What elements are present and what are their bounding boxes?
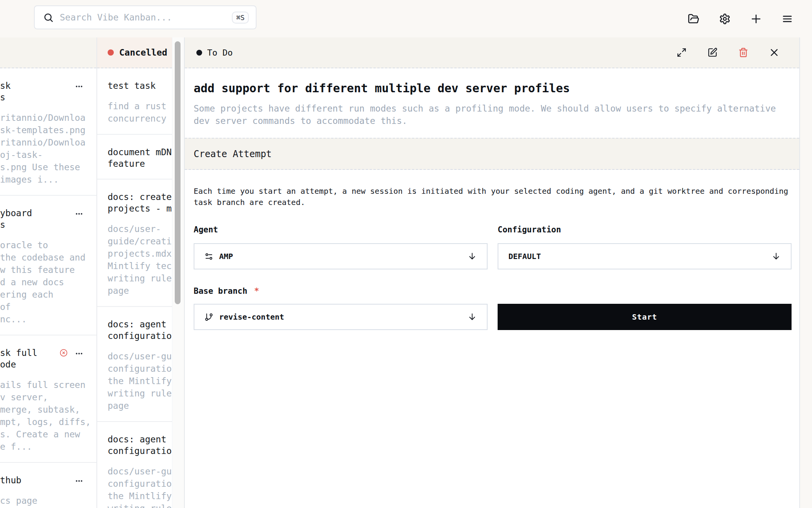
card-desc-line: the codebase and <box>0 251 96 264</box>
task-card[interactable]: thub cs page <box>0 463 96 508</box>
card-desc-line: guide/creati <box>108 235 172 247</box>
search-input[interactable] <box>60 12 226 22</box>
search-box[interactable]: ⌘S <box>34 5 257 29</box>
card-title-line: projects - m <box>108 203 172 214</box>
chevron-down-icon <box>771 252 781 261</box>
agent-value: AMP <box>219 252 233 261</box>
card-title-line: configuration <box>108 330 172 342</box>
required-star: * <box>254 286 259 296</box>
edit-pencil-icon[interactable] <box>707 47 717 58</box>
card-desc-line: images i... <box>0 173 96 186</box>
task-description-line: dev server commands to accommodate this. <box>194 115 790 127</box>
card-desc-line: configuration <box>108 478 172 490</box>
task-card[interactable]: test task find a rust fi concurrency <box>97 68 172 135</box>
card-desc-line: writing rule <box>108 502 172 508</box>
open-folder-icon[interactable] <box>688 13 699 25</box>
base-branch-select[interactable]: revise-content <box>194 304 488 330</box>
card-desc-line: e f... <box>0 440 96 453</box>
hamburger-menu-icon[interactable] <box>782 13 793 25</box>
card-desc-line: w this feature <box>0 264 96 276</box>
task-card[interactable]: docs: agent configuration docs/user-gu c… <box>97 422 172 508</box>
task-card[interactable]: document mDN feature <box>97 135 172 179</box>
card-desc-line: sk-templates.png <box>0 124 96 136</box>
board-scrollbar-thumb[interactable] <box>175 41 181 304</box>
expand-icon[interactable] <box>677 47 687 58</box>
create-attempt-title: Create Attempt <box>194 149 272 159</box>
card-desc-line: page <box>108 284 172 297</box>
ellipsis-menu-icon[interactable] <box>75 82 83 91</box>
column-title: Cancelled <box>119 47 167 58</box>
task-card[interactable]: sk full ode ails full screen v server, m… <box>0 335 96 463</box>
card-title-line: s <box>0 219 96 230</box>
circle-x-icon[interactable] <box>59 349 68 357</box>
card-desc-line: ritannio/Downloa <box>0 136 96 149</box>
card-desc-line: s. Create a new <box>0 428 96 440</box>
sliders-icon <box>204 252 213 261</box>
trash-icon[interactable] <box>738 47 748 58</box>
task-title: add support for different multiple dev s… <box>194 81 790 95</box>
task-card[interactable]: docs: agent configuration docs/user-gu c… <box>97 307 172 422</box>
attempt-info-line: task branch are created. <box>194 197 790 208</box>
card-title-line: feature <box>108 158 172 169</box>
task-summary-section: add support for different multiple dev s… <box>185 68 799 138</box>
settings-gear-icon[interactable] <box>719 13 731 25</box>
card-title-line: docs: create <box>108 191 172 203</box>
card-title-line: docs: agent <box>108 318 172 330</box>
card-title-line: document mDN <box>108 146 172 158</box>
todo-status-dot-icon <box>196 50 202 56</box>
close-icon[interactable] <box>769 47 779 58</box>
card-title-line: test task <box>108 80 172 91</box>
task-detail-panel: To Do add support for different multiple… <box>184 37 800 508</box>
card-desc-line: configuration <box>108 362 172 375</box>
card-desc-line: ritannio/Downloa <box>0 112 96 124</box>
kanban-column-cancelled: Cancelled test task find a rust fi concu… <box>97 37 172 508</box>
card-desc-line: merge, subtask, <box>0 403 96 416</box>
start-button[interactable]: Start <box>498 304 792 330</box>
card-desc-line: find a rust fi <box>108 100 172 112</box>
board-scrollbar-track[interactable] <box>173 37 184 508</box>
panel-actions <box>677 47 779 58</box>
card-desc-line: of <box>0 301 96 313</box>
card-desc-line: concurrency <box>108 112 172 125</box>
chevron-down-icon <box>468 312 477 322</box>
task-description-line: Some projects have different run modes s… <box>194 102 790 115</box>
search-shortcut-badge: ⌘S <box>232 12 249 24</box>
configuration-select[interactable]: DEFAULT <box>498 243 792 269</box>
base-branch-value: revise-content <box>219 312 284 322</box>
git-branch-icon <box>204 313 213 322</box>
chevron-down-icon <box>468 252 477 261</box>
ellipsis-menu-icon[interactable] <box>75 477 83 485</box>
card-desc-line: projects.mdx <box>108 247 172 260</box>
ellipsis-menu-icon[interactable] <box>75 210 83 218</box>
search-icon <box>43 12 54 23</box>
task-card[interactable]: sk s ritannio/Downloa sk-templates.png r… <box>0 68 96 196</box>
agent-select[interactable]: AMP <box>194 243 488 269</box>
task-card[interactable]: docs: create projects - m docs/user- gui… <box>97 179 172 307</box>
add-plus-icon[interactable] <box>750 13 762 25</box>
card-title-line: docs: agent <box>108 433 172 445</box>
task-card[interactable]: yboard s oracle to the codebase and w th… <box>0 196 96 335</box>
cancelled-dot-icon <box>108 49 114 56</box>
card-desc-line: the Mintlify <box>108 490 172 502</box>
card-desc-line: page <box>108 400 172 412</box>
start-button-label: Start <box>632 312 657 322</box>
agent-label: Agent <box>194 225 218 234</box>
card-desc-line: docs/user- <box>108 223 172 235</box>
card-title-line: s <box>0 91 96 103</box>
base-branch-label-text: Base branch <box>194 286 247 296</box>
ellipsis-menu-icon[interactable] <box>75 349 83 358</box>
configuration-label: Configuration <box>498 225 561 234</box>
card-desc-line: oracle to <box>0 239 96 251</box>
card-desc-line: d a new docs <box>0 276 96 288</box>
card-desc-line: ering each <box>0 288 96 301</box>
kanban-column-left: sk s ritannio/Downloa sk-templates.png r… <box>0 37 97 508</box>
top-bar: ⌘S <box>0 0 812 37</box>
card-desc-line: mpt, logs, diffs, <box>0 416 96 428</box>
card-desc-line: nc... <box>0 313 96 325</box>
base-branch-label: Base branch * <box>194 286 259 296</box>
kanban-board: sk s ritannio/Downloa sk-templates.png r… <box>0 37 184 508</box>
topbar-actions <box>688 0 793 37</box>
card-desc-line: writing rule <box>108 272 172 284</box>
card-desc-line: v server, <box>0 391 96 403</box>
card-title-line: ode <box>0 359 96 370</box>
